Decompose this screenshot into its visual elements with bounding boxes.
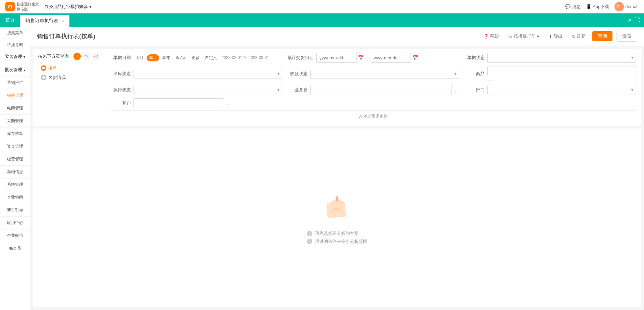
export-btn[interactable]: ⬇ 导出 — [546, 32, 565, 41]
shortcut-more[interactable]: 更多 — [190, 54, 202, 61]
tab-home-label: 首页 — [5, 17, 15, 23]
top-bar-right: 💬 消息 📱 App下载 Ea demo2 — [565, 2, 639, 11]
enterprise-wechat-label: 企业微信 — [7, 233, 23, 238]
filter-delivery-status-field: 出库状态 — [111, 69, 282, 79]
sidebar-item-retail-mgmt[interactable]: 零售管理 ▾ — [0, 50, 30, 63]
user-profile-btn[interactable]: Ea demo2 — [614, 2, 639, 11]
calendar-from-icon: 📅 — [358, 55, 364, 60]
basic-info-label: 基础信息 — [7, 169, 23, 174]
collapse-scheme-btn[interactable]: ≪ — [92, 53, 100, 60]
shortcut-this-year[interactable]: 本年 — [160, 54, 172, 61]
filter-customer-field: 客户 … — [111, 98, 231, 108]
messages-btn[interactable]: 💬 消息 — [565, 4, 581, 10]
shortcut-last-month[interactable]: 上月 — [133, 54, 146, 61]
add-scheme-btn[interactable]: + — [73, 53, 81, 60]
sidebar-item-system[interactable]: 系统管理 — [0, 178, 30, 191]
search-btn[interactable]: 查询 — [592, 31, 612, 41]
tab-sales-order[interactable]: 销售订单执行表 × — [20, 15, 69, 27]
sidebar: 搜索菜单 快捷导航 零售管理 ▾ 批发管理 ▴ 营销推广 销售管理 电商管理 采… — [0, 27, 30, 310]
execution-status-select[interactable] — [133, 85, 282, 95]
shortcut-this-month[interactable]: 本月 — [147, 54, 159, 61]
company-selector[interactable]: 办公用品行业模拟账套 ▾ — [42, 2, 94, 11]
print-btn[interactable]: 🖨 按模板打印 ▾ — [505, 32, 542, 41]
help-btn[interactable]: ❓ 帮助 — [481, 32, 501, 41]
page-header: 销售订单执行表(按单) ❓ 帮助 🖨 按模板打印 ▾ ⬇ 导出 ↻ 刷新 — [30, 27, 644, 46]
print-label: 按模板打印 — [514, 33, 536, 39]
app-download-btn[interactable]: 📱 App下载 — [586, 4, 609, 10]
expected-delivery-from-input[interactable] — [316, 53, 357, 63]
customer-input[interactable] — [133, 98, 224, 108]
sidebar-item-operations[interactable]: 经营管理 — [0, 153, 30, 166]
shortcut-custom[interactable]: 自定义 — [203, 54, 219, 61]
marketing-label: 营销推广 — [7, 80, 23, 85]
tab-home[interactable]: 首页 — [0, 13, 20, 27]
system-label: 系统管理 — [7, 182, 23, 187]
sidebar-item-inventory[interactable]: 库存核算 — [0, 127, 30, 140]
salesperson-more-icon[interactable]: … — [452, 87, 459, 93]
operations-label: 经营管理 — [7, 157, 23, 161]
wholesale-mgmt-label: 批发管理 — [5, 67, 22, 73]
sidebar-item-member[interactable]: 畅会员 — [0, 242, 30, 255]
help-label: 帮助 — [490, 33, 499, 39]
sidebar-item-quick-nav[interactable]: 快捷导航 — [0, 39, 30, 50]
salesperson-control: … — [310, 85, 459, 95]
quick-nav-label: 快捷导航 — [7, 42, 23, 47]
finance-label: 资金管理 — [7, 144, 23, 149]
date-field-label: 单据日期 — [111, 55, 131, 61]
scheme-item-order[interactable]: 按单 — [38, 63, 100, 73]
delivery-status-select-wrap — [133, 69, 282, 79]
delivery-status-select[interactable] — [133, 69, 282, 79]
sidebar-item-enterprise-wechat[interactable]: 企业微信 — [0, 229, 30, 242]
collection-status-select[interactable] — [310, 69, 459, 79]
filter-scheme-header: 按以下方案查询 + ✎ ≪ — [38, 53, 100, 60]
shortcut-7days[interactable]: 近7天 — [174, 54, 188, 61]
scheme-actions: + ✎ ≪ — [73, 53, 100, 60]
salesperson-label: 业务员 — [287, 87, 308, 93]
dept-select[interactable] — [487, 85, 636, 95]
date-range-text: 2023-03-01 至 2023-03-31 — [222, 55, 269, 61]
step-2: 2 用过滤条件来缩小分析范围 — [307, 238, 367, 245]
empty-state: 1 请先选择要分析的方案 2 用过滤条件来缩小分析范围 — [33, 128, 641, 307]
svg-point-1 — [42, 67, 45, 69]
refresh-btn[interactable]: ↻ 刷新 — [569, 32, 588, 41]
sidebar-item-newbie[interactable]: 新手引导 — [0, 204, 30, 217]
enterprise-label: 企业协同 — [7, 195, 23, 200]
expected-delivery-to-input[interactable] — [371, 53, 411, 63]
member-label: 畅会员 — [9, 246, 21, 251]
sidebar-item-marketing[interactable]: 营销推广 — [0, 76, 30, 89]
collection-status-label: 收款状态 — [287, 71, 308, 77]
sidebar-item-purchase[interactable]: 采购管理 — [0, 115, 30, 127]
sidebar-item-sales-mgmt[interactable]: 销售管理 — [0, 89, 30, 102]
sidebar-item-enterprise[interactable]: 企业协同 — [0, 191, 30, 204]
salesperson-input[interactable] — [310, 85, 451, 95]
filter-rows: 单据日期 上月 本月 本年 近7天 更多 自定义 2023-03-01 至 20… — [111, 53, 636, 108]
tab-close-icon[interactable]: × — [62, 18, 64, 23]
collapse-bar[interactable]: ⋀ 收起更多条件 — [111, 110, 636, 122]
sidebar-item-finance[interactable]: 资金管理 — [0, 140, 30, 153]
sidebar-item-search-menu[interactable]: 搜索菜单 — [0, 27, 30, 39]
main-layout: 搜索菜单 快捷导航 零售管理 ▾ 批发管理 ▴ 营销推广 销售管理 电商管理 采… — [0, 27, 644, 310]
dept-select-wrap — [487, 85, 636, 95]
sidebar-item-app-center[interactable]: 应用中心 — [0, 217, 30, 229]
goods-more-icon[interactable]: … — [487, 76, 495, 82]
sidebar-item-basic-info[interactable]: 基础信息 — [0, 166, 30, 178]
scheme-order-label: 按单 — [48, 65, 57, 71]
goods-input[interactable] — [487, 66, 636, 76]
app-download-label: App下载 — [593, 4, 609, 10]
maximize-icon[interactable]: ⛶ — [635, 17, 640, 23]
print-icon: 🖨 — [508, 34, 513, 39]
order-status-label: 单据状态 — [465, 55, 485, 61]
order-status-select[interactable] — [487, 53, 636, 63]
sidebar-item-wholesale-mgmt[interactable]: 批发管理 ▴ — [0, 63, 30, 76]
scheme-order-icon — [41, 65, 46, 71]
scheme-item-debt[interactable]: 欠货情况 — [38, 73, 100, 82]
filter-dept-field: 部门 — [465, 85, 636, 95]
purchase-label: 采购管理 — [7, 118, 23, 123]
minimize-icon[interactable]: ✕ — [628, 17, 632, 23]
settings-btn[interactable]: 设置 — [616, 31, 637, 42]
filter-execution-status-field: 执行状态 — [111, 85, 282, 95]
customer-more-icon[interactable]: … — [224, 101, 231, 106]
filter-goods-field: 商品 … — [465, 66, 636, 82]
sidebar-item-ecommerce[interactable]: 电商管理 — [0, 102, 30, 115]
edit-scheme-btn[interactable]: ✎ — [83, 53, 90, 60]
